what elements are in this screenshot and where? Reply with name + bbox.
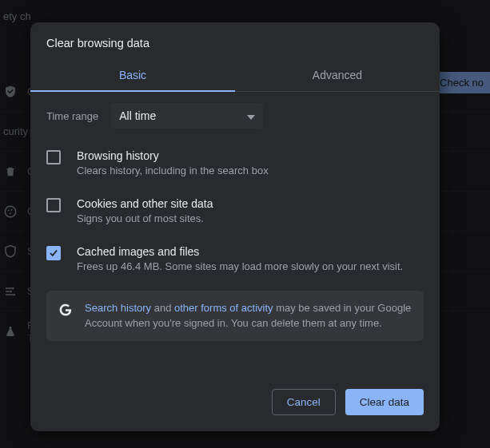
clear-browsing-data-dialog: Clear browsing data Basic Advanced Time …: [30, 22, 440, 431]
time-range-label: Time range: [46, 110, 98, 122]
dialog-tabs: Basic Advanced: [30, 61, 440, 92]
google-icon: [58, 302, 74, 318]
option-title: Cookies and other site data: [77, 197, 213, 210]
option-desc: Signs you out of most sites.: [77, 212, 213, 226]
option-title: Cached images and files: [77, 245, 403, 258]
checkbox-browsing-history[interactable]: [46, 150, 61, 165]
option-desc: Frees up 46.4 MB. Some sites may load mo…: [77, 260, 403, 274]
time-range-select[interactable]: All time: [111, 103, 263, 129]
checkbox-cache[interactable]: [46, 246, 61, 260]
clear-data-button[interactable]: Clear data: [345, 389, 424, 415]
other-activity-link[interactable]: other forms of activity: [174, 302, 273, 314]
tab-advanced[interactable]: Advanced: [235, 61, 440, 91]
option-browsing-history: Browsing history Clears history, includi…: [46, 141, 424, 189]
chevron-down-icon: [247, 109, 255, 122]
option-cookies: Cookies and other site data Signs you ou…: [46, 189, 424, 237]
tab-basic[interactable]: Basic: [30, 61, 235, 91]
info-text: Search history and other forms of activi…: [85, 300, 412, 331]
time-range-value: All time: [119, 109, 156, 122]
google-account-info: Search history and other forms of activi…: [46, 291, 424, 341]
option-title: Browsing history: [77, 149, 269, 162]
checkbox-cookies[interactable]: [46, 198, 61, 212]
option-desc: Clears history, including in the search …: [77, 164, 269, 178]
search-history-link[interactable]: Search history: [85, 302, 151, 314]
option-cache: Cached images and files Frees up 46.4 MB…: [46, 237, 424, 285]
dialog-title: Clear browsing data: [30, 22, 440, 61]
cancel-button[interactable]: Cancel: [272, 389, 336, 415]
